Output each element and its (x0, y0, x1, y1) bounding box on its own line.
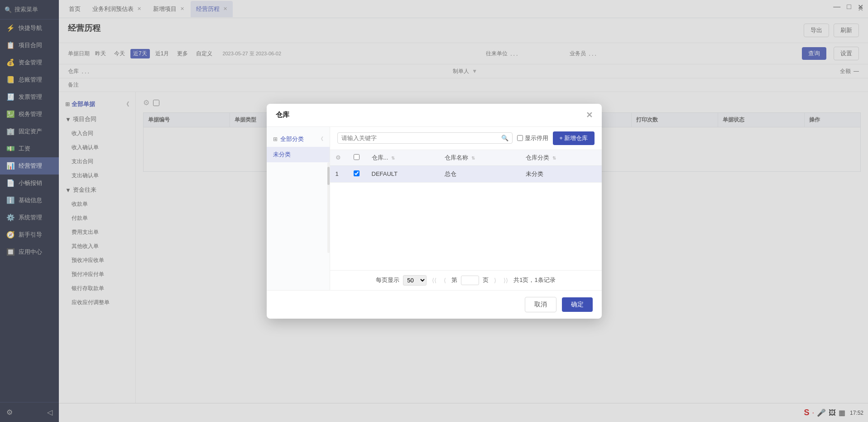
window-min-button[interactable]: — (833, 3, 840, 11)
modal-next-page-btn[interactable]: ⟩ (492, 276, 498, 285)
left-panel-scrollbar[interactable] (327, 167, 330, 185)
modal-last-page-btn[interactable]: ⟩⟩ (502, 276, 510, 285)
row-category: 未分类 (520, 165, 601, 182)
sort-arrows-code[interactable]: ⇅ (391, 155, 395, 160)
show-disabled-checkbox[interactable] (517, 135, 523, 141)
modal-pagination: 每页显示 50 100 ⟨⟨ ⟨ 第 1 页 ⟩ ⟩⟩ 共1页，1条记录 (330, 270, 602, 290)
window-close-button[interactable]: ✕ (858, 3, 863, 11)
page-suffix-modal: 页 (483, 276, 489, 284)
modal-total-text: 共1页，1条记录 (513, 276, 555, 284)
confirm-button[interactable]: 确定 (562, 297, 593, 312)
modal-left-collapse-icon[interactable]: 《 (318, 136, 323, 142)
modal-table-wrap: ⚙ 仓库... ⇅ 仓库名称 ⇅ (330, 150, 602, 270)
row-checkbox-cell (348, 165, 366, 182)
modal-table: ⚙ 仓库... ⇅ 仓库名称 ⇅ (330, 150, 602, 183)
table-row[interactable]: 1 DEFAULT 总仓 未分类 (330, 165, 602, 182)
modal-prev-page-btn[interactable]: ⟨ (442, 276, 448, 285)
modal-right-panel: 🔍 显示停用 + 新增仓库 ⚙ (330, 127, 602, 290)
modal-per-page-label: 每页显示 (376, 276, 399, 284)
modal-select-all-checkbox[interactable] (354, 154, 360, 160)
modal-first-page-btn[interactable]: ⟨⟨ (430, 276, 438, 285)
page-label-modal: 第 (451, 276, 457, 284)
th-warehouse-code: 仓库... ⇅ (366, 150, 439, 166)
modal-per-page-select[interactable]: 50 100 (403, 275, 427, 286)
window-max-button[interactable]: □ (847, 3, 851, 11)
warehouse-modal: 仓库 ✕ ⊞ 全部分类 《 未分类 (267, 104, 602, 319)
modal-category-uncategorized[interactable]: 未分类 (267, 147, 330, 162)
row-num: 1 (330, 165, 348, 182)
modal-category-label: 未分类 (273, 151, 291, 158)
modal-search-input[interactable] (341, 135, 499, 141)
th-settings: ⚙ (330, 150, 348, 166)
row-name: 总仓 (439, 165, 520, 182)
th-warehouse-name: 仓库名称 ⇅ (439, 150, 520, 166)
modal-all-categories-label[interactable]: 全部分类 (280, 135, 304, 143)
add-warehouse-button[interactable]: + 新增仓库 (553, 131, 594, 145)
row-code: DEFAULT (366, 165, 439, 182)
col-settings-icon[interactable]: ⚙ (336, 154, 341, 161)
modal-page-input[interactable]: 1 (461, 276, 479, 285)
modal-table-body: 1 DEFAULT 总仓 未分类 (330, 165, 602, 182)
sort-arrows-category[interactable]: ⇅ (552, 155, 556, 160)
row-checkbox[interactable] (354, 170, 360, 176)
sort-arrows-name[interactable]: ⇅ (471, 155, 475, 160)
th-checkbox (348, 150, 366, 166)
modal-table-header: ⚙ 仓库... ⇅ 仓库名称 ⇅ (330, 150, 602, 166)
cancel-button[interactable]: 取消 (525, 297, 556, 312)
modal-toolbar: 🔍 显示停用 + 新增仓库 (330, 127, 602, 150)
modal-left-header: ⊞ 全部分类 《 (267, 131, 330, 147)
modal-search-icon[interactable]: 🔍 (501, 135, 508, 141)
show-disabled-text: 显示停用 (525, 134, 548, 142)
modal-footer: 取消 确定 (267, 290, 602, 319)
th-warehouse-category: 仓库分类 ⇅ (520, 150, 601, 166)
show-disabled-label: 显示停用 (517, 134, 548, 142)
modal-left-panel: ⊞ 全部分类 《 未分类 (267, 127, 330, 290)
window-controls: — □ ✕ (833, 3, 863, 11)
modal-search-box: 🔍 (337, 132, 513, 144)
modal-title: 仓库 (276, 111, 289, 119)
modal-header: 仓库 ✕ (267, 104, 602, 127)
modal-close-button[interactable]: ✕ (586, 110, 593, 120)
modal-body: ⊞ 全部分类 《 未分类 🔍 (267, 127, 602, 290)
